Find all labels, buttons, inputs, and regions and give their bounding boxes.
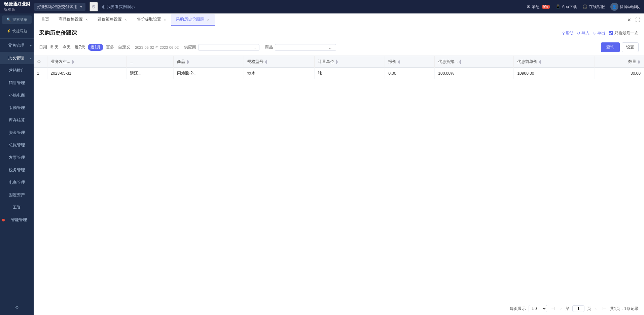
demo-link[interactable]: ◎ 我要看实例演示 bbox=[102, 4, 135, 10]
page-first-btn[interactable]: ⊣ bbox=[550, 306, 556, 312]
sidebar-item-ecommerce[interactable]: 电商管理 bbox=[0, 176, 34, 189]
tab-sale-extract[interactable]: 售价提取设置 × bbox=[132, 14, 171, 26]
page-next-btn[interactable]: › bbox=[594, 306, 598, 312]
retail-expand-icon: ▾ bbox=[30, 44, 32, 47]
th-sort-pre-price[interactable]: 优惠前单价 ▲▼ bbox=[517, 59, 591, 65]
tab-price-settings[interactable]: 商品价格设置 × bbox=[54, 14, 93, 26]
sidebar-item-wholesale[interactable]: 批发管理 ▴ bbox=[0, 52, 34, 64]
invoice-label: 发票管理 bbox=[2, 155, 32, 161]
query-btn[interactable]: 查询 bbox=[601, 42, 620, 52]
page-prev-btn[interactable]: ‹ bbox=[559, 306, 563, 312]
export-link[interactable]: ↳ 导出 bbox=[593, 30, 605, 36]
filter-bar: 日期 昨天 今天 近7天 近1月 更多 自定义 2023-05-02 至 202… bbox=[34, 39, 644, 56]
sort-icon-goods: ▲▼ bbox=[186, 59, 189, 65]
user-menu[interactable]: 👤 徐泽华修改 bbox=[610, 3, 640, 11]
th-discount[interactable]: 优惠折扣... ▲▼ bbox=[435, 56, 514, 68]
sort-icon-price: ▲▼ bbox=[397, 59, 401, 65]
messages-label: 消息 bbox=[532, 4, 540, 10]
tab-purchase-strategy-close[interactable]: × bbox=[124, 17, 127, 22]
goods-input[interactable] bbox=[277, 45, 328, 50]
only-latest-checkbox[interactable] bbox=[609, 31, 613, 35]
th-sort-quantity[interactable]: 数量 ▲▼ bbox=[598, 59, 641, 65]
sidebar-item-retail[interactable]: 零售管理 ▾ bbox=[0, 39, 34, 52]
tab-purchase-history[interactable]: 采购历史价跟踪 × bbox=[171, 14, 214, 26]
per-page-select[interactable]: 50 20 100 200 bbox=[529, 305, 547, 312]
sidebar-item-ledger[interactable]: 总账管理 bbox=[0, 139, 34, 151]
online-service-btn[interactable]: 🎧 在线客服 bbox=[582, 4, 605, 10]
th-sort-discount[interactable]: 优惠折扣... ▲▼ bbox=[438, 59, 510, 65]
search-icon: 🔍 bbox=[6, 18, 11, 22]
th-pre-price[interactable]: 优惠前单价 ▲▼ bbox=[514, 56, 595, 68]
th-gear[interactable]: ⚙ bbox=[34, 56, 47, 68]
th-unit[interactable]: 计量单位 ▲▼ bbox=[314, 56, 385, 68]
goods-more-btn[interactable]: ... bbox=[328, 45, 334, 50]
pagination-info: 共1页，1条记录 bbox=[610, 306, 639, 312]
date-btn-today[interactable]: 今天 bbox=[61, 44, 72, 51]
th-quantity-label: 数量 bbox=[628, 59, 636, 65]
marketing-label: 营销推广 bbox=[2, 68, 32, 73]
version-dropdown[interactable]: 好业财标准版交付试用 ▼ bbox=[34, 3, 85, 11]
quick-nav-btn[interactable]: ⚡ 快捷导航 bbox=[2, 27, 32, 36]
th-sort-spec[interactable]: 规格型号 ▲▼ bbox=[247, 59, 311, 65]
date-btn-1month[interactable]: 近1月 bbox=[88, 44, 104, 51]
messages-btn[interactable]: ✉ 消息 99+ bbox=[527, 4, 550, 10]
sidebar-item-marketing[interactable]: 营销推广 bbox=[0, 64, 34, 77]
sidebar-item-assets[interactable]: 固定资产 bbox=[0, 189, 34, 201]
tab-expand-btn[interactable]: ⛶ bbox=[634, 16, 641, 24]
tab-home[interactable]: 首页 bbox=[36, 14, 54, 26]
page-last-btn[interactable]: ⊢ bbox=[601, 306, 607, 312]
th-date[interactable]: 业务发生... ▲▼ bbox=[47, 56, 126, 68]
table-body: 1 2023-05-31 浙江... 丙烯酸-2-... 散水 吨 0.00 1… bbox=[34, 68, 644, 79]
search-menu-btn[interactable]: 🔍 搜索菜单 bbox=[2, 15, 32, 24]
th-goods[interactable]: 商品 ▲▼ bbox=[174, 56, 244, 68]
th-unit-label: 计量单位 bbox=[318, 59, 334, 65]
tab-purchase-strategy[interactable]: 进价策略设置 × bbox=[93, 14, 132, 26]
th-sort-goods[interactable]: 商品 ▲▼ bbox=[177, 59, 240, 65]
sidebar-item-inventory[interactable]: 库存核算 bbox=[0, 114, 34, 127]
purchase-label: 采购管理 bbox=[2, 105, 32, 111]
th-quantity[interactable]: 数量 ▲▼ bbox=[595, 56, 644, 68]
sidebar-item-smart[interactable]: 智能管理 bbox=[0, 214, 34, 226]
th-sort-unit[interactable]: 计量单位 ▲▼ bbox=[318, 59, 382, 65]
sidebar-item-invoice[interactable]: 发票管理 bbox=[0, 151, 34, 164]
sidebar-item-salary[interactable]: 工资 bbox=[0, 201, 34, 214]
help-link[interactable]: ? 帮助 bbox=[562, 30, 574, 36]
settings-btn[interactable]: 设置 bbox=[622, 42, 639, 52]
question-icon: ? bbox=[562, 31, 565, 36]
sales-label: 销售管理 bbox=[2, 80, 32, 86]
sidebar-item-ecommerce-small[interactable]: 小畅电商 bbox=[0, 89, 34, 102]
sidebar-item-finance[interactable]: 资金管理 bbox=[0, 127, 34, 139]
import-label: 导入 bbox=[581, 30, 589, 36]
date-btn-yesterday[interactable]: 昨天 bbox=[49, 44, 60, 51]
supplier-more-btn[interactable]: ... bbox=[251, 45, 257, 50]
th-sort-price[interactable]: 报价 ▲▼ bbox=[388, 59, 431, 65]
only-latest-checkbox-label[interactable]: 只看最后一次 bbox=[609, 30, 639, 36]
import-link[interactable]: ↺ 导入 bbox=[577, 30, 589, 36]
sidebar-settings-btn[interactable]: ⚙ bbox=[2, 303, 32, 312]
wholesale-label: 批发管理 bbox=[2, 55, 30, 61]
tab-price-settings-close[interactable]: × bbox=[85, 17, 88, 22]
tab-purchase-history-close[interactable]: × bbox=[206, 17, 210, 22]
pagination-bar: 每页显示 50 20 100 200 ⊣ ‹ 第 页 › ⊢ 共1页，1条记录 bbox=[34, 302, 644, 315]
tab-close-all-btn[interactable]: ✕ bbox=[626, 16, 633, 24]
topbar-left: 畅捷通好业财 标准版 好业财标准版交付试用 ▼ ⚙ ◎ 我要看实例演示 bbox=[4, 1, 135, 12]
date-btn-custom[interactable]: 自定义 bbox=[117, 44, 132, 51]
cell-unit: 吨 bbox=[314, 68, 385, 79]
th-discount-label: 优惠折扣... bbox=[438, 59, 458, 65]
date-btn-more[interactable]: 更多 bbox=[105, 44, 115, 51]
date-btn-7days[interactable]: 近7天 bbox=[73, 44, 86, 51]
app-download-btn[interactable]: 📱 App下载 bbox=[556, 4, 577, 10]
th-col3[interactable]: ... bbox=[126, 56, 174, 68]
page-number-input[interactable] bbox=[572, 305, 584, 312]
sidebar-item-tax[interactable]: 税务管理 bbox=[0, 164, 34, 176]
settings-icon[interactable]: ⚙ bbox=[90, 2, 98, 11]
supplier-input[interactable] bbox=[201, 45, 251, 50]
sidebar-item-purchase[interactable]: 采购管理 bbox=[0, 102, 34, 114]
th-price[interactable]: 报价 ▲▼ bbox=[385, 56, 435, 68]
th-sort-date[interactable]: 业务发生... ▲▼ bbox=[51, 59, 123, 65]
column-settings-icon[interactable]: ⚙ bbox=[37, 59, 41, 64]
tab-sale-extract-close[interactable]: × bbox=[163, 17, 167, 22]
th-spec[interactable]: 规格型号 ▲▼ bbox=[244, 56, 315, 68]
date-buttons: 昨天 今天 近7天 近1月 更多 自定义 bbox=[49, 44, 132, 51]
sidebar-item-sales[interactable]: 销售管理 bbox=[0, 77, 34, 89]
